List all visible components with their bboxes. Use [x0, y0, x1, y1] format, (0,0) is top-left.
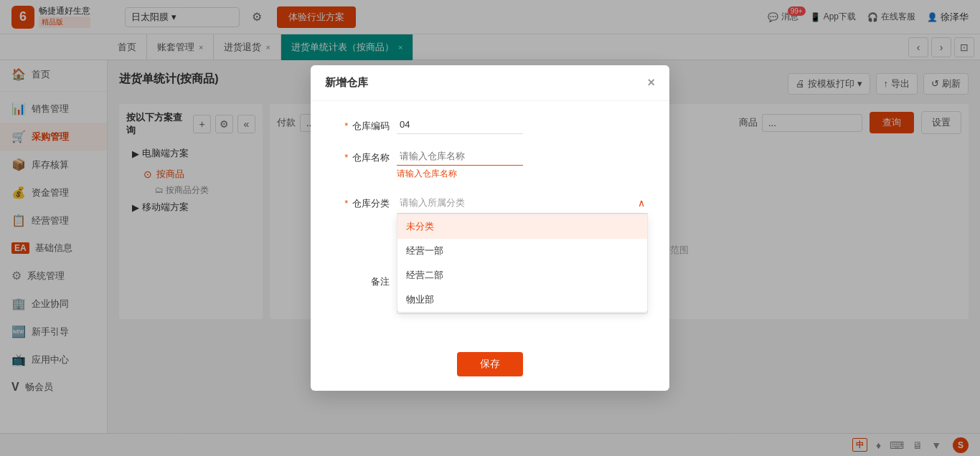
dropdown-item-dept2[interactable]: 经营二部	[397, 263, 647, 288]
name-input[interactable]	[397, 147, 523, 166]
category-arrow-icon: ∧	[638, 197, 645, 209]
form-row-category: * 仓库分类 请输入所属分类 ∧ 未分类 经营一部 经营二部 物业部	[332, 193, 648, 214]
name-error-msg: 请输入仓库名称	[397, 168, 457, 180]
category-label: * 仓库分类	[332, 193, 397, 210]
dropdown-item-uncategorized[interactable]: 未分类	[397, 214, 647, 239]
code-input-wrap	[397, 115, 648, 134]
dialog-title: 新增仓库	[325, 76, 368, 90]
dropdown-item-dept3[interactable]: 物业部	[397, 288, 647, 312]
code-label: * 仓库编码	[332, 115, 397, 133]
code-input[interactable]	[397, 115, 523, 134]
category-placeholder: 请输入所属分类	[400, 196, 465, 209]
category-dropdown: 未分类 经营一部 经营二部 物业部	[397, 214, 648, 313]
add-warehouse-dialog: 新增仓库 × * 仓库编码 * 仓库名称 请输入仓	[311, 65, 669, 391]
name-label: * 仓库名称	[332, 147, 397, 164]
save-button[interactable]: 保存	[457, 352, 523, 376]
dropdown-item-dept1[interactable]: 经营一部	[397, 239, 647, 263]
category-select[interactable]: 请输入所属分类 ∧	[397, 193, 648, 214]
dialog-header: 新增仓库 ×	[311, 65, 669, 101]
notes-label: 备注	[332, 271, 397, 288]
dialog-close-button[interactable]: ×	[647, 75, 655, 90]
name-input-wrap	[397, 147, 648, 166]
category-select-wrap: 请输入所属分类 ∧ 未分类 经营一部 经营二部 物业部	[397, 193, 648, 214]
dialog-body: * 仓库编码 * 仓库名称 请输入仓库名称 *	[311, 101, 669, 343]
form-row-name: * 仓库名称 请输入仓库名称	[332, 147, 648, 180]
form-row-code: * 仓库编码	[332, 115, 648, 134]
dialog-footer: 保存	[311, 343, 669, 391]
